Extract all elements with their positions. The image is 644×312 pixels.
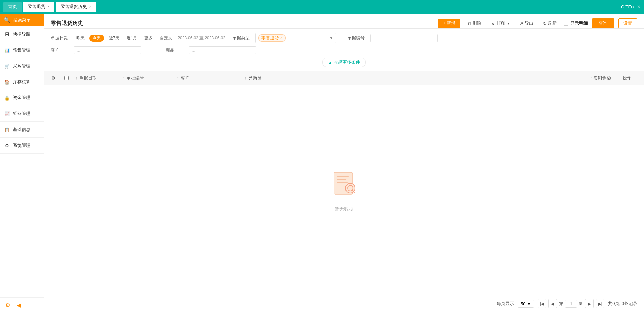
sidebar-item-sys-mgmt[interactable]: ⚙ 系统管理 bbox=[0, 138, 44, 154]
filter-row-1: 单据日期 昨天 今天 近7天 近1月 更多 自定义 2023-06-02 至 2… bbox=[51, 33, 637, 43]
th-date[interactable]: ↕ 单据日期 bbox=[73, 75, 120, 81]
svg-rect-2 bbox=[337, 179, 346, 180]
export-icon: ↗ bbox=[520, 21, 523, 26]
bill-type-tag-close[interactable]: × bbox=[280, 36, 283, 40]
sidebar-bottom: ⚙ ◀ bbox=[0, 297, 44, 312]
date-btn-today[interactable]: 今天 bbox=[89, 35, 104, 42]
sidebar-item-business-mgmt-label: 经营管理 bbox=[13, 111, 30, 117]
th-settings[interactable]: ⚙ bbox=[47, 75, 59, 81]
query-button[interactable]: 查询 bbox=[592, 18, 614, 28]
sidebar: 🔍 搜索菜单 ⊞ 快捷导航 📊 销售管理 🛒 采购管理 🏠 库存核算 🔒 资金管… bbox=[0, 14, 44, 312]
select-all-checkbox[interactable] bbox=[64, 76, 69, 80]
settings-button[interactable]: 设置 bbox=[618, 18, 637, 28]
first-page-button[interactable]: |◀ bbox=[538, 299, 546, 308]
sidebar-item-purchase-mgmt[interactable]: 🛒 采购管理 bbox=[0, 58, 44, 74]
tab-retail-return-history[interactable]: 零售退货历史 × bbox=[56, 2, 96, 12]
total-info: 共0页, 0条记录 bbox=[608, 300, 637, 307]
tab-retail-return[interactable]: 零售退货 × bbox=[23, 2, 54, 12]
finance-mgmt-icon: 🔒 bbox=[4, 95, 10, 101]
business-mgmt-icon: 📈 bbox=[4, 111, 10, 117]
th-amount[interactable]: ↕ 实销金额 bbox=[289, 75, 614, 81]
th-checkbox[interactable] bbox=[59, 76, 73, 80]
bill-type-tag: 零售退货 × bbox=[258, 34, 286, 42]
th-action-label: 操作 bbox=[623, 75, 631, 81]
bill-no-label: 单据编号 bbox=[347, 35, 367, 41]
date-btn-more[interactable]: 更多 bbox=[142, 35, 155, 42]
sidebar-item-finance-mgmt[interactable]: 🔒 资金管理 bbox=[0, 90, 44, 106]
bill-no-sort-icon: ↕ bbox=[123, 76, 125, 80]
main-layout: 🔍 搜索菜单 ⊞ 快捷导航 📊 销售管理 🛒 采购管理 🏠 库存核算 🔒 资金管… bbox=[0, 14, 644, 312]
page-label: 第 bbox=[559, 300, 564, 307]
last-page-button[interactable]: ▶| bbox=[596, 299, 604, 308]
export-button-label: 导出 bbox=[525, 20, 533, 26]
show-detail-row: 显示明细 bbox=[564, 20, 588, 26]
per-page-select[interactable]: 50 ▼ bbox=[518, 300, 534, 308]
top-bar-right: OfTEn × bbox=[621, 3, 641, 10]
sidebar-item-quick-nav[interactable]: ⊞ 快捷导航 bbox=[0, 26, 44, 42]
sidebar-item-inventory[interactable]: 🏠 库存核算 bbox=[0, 74, 44, 90]
new-button[interactable]: + 新增 bbox=[438, 19, 460, 28]
content-area: 零售退货历史 + 新增 🗑 删除 🖨 打印 ▼ ↗ bbox=[44, 14, 644, 312]
date-filter-label: 单据日期 bbox=[51, 35, 71, 41]
page-nav: |◀ ◀ 第 页 ▶ ▶| bbox=[538, 299, 604, 308]
date-btn-1month[interactable]: 近1月 bbox=[124, 35, 140, 42]
delete-button[interactable]: 🗑 删除 bbox=[464, 19, 484, 28]
show-detail-checkbox[interactable] bbox=[564, 21, 568, 26]
settings-button-label: 设置 bbox=[623, 20, 632, 26]
date-sort-icon: ↕ bbox=[76, 76, 78, 80]
sidebar-item-business-mgmt[interactable]: 📈 经营管理 bbox=[0, 106, 44, 122]
amount-sort-icon: ↕ bbox=[590, 76, 592, 80]
collapse-button[interactable]: ▲ 收起更多条件 bbox=[322, 58, 366, 67]
sidebar-item-sales-mgmt-label: 销售管理 bbox=[13, 47, 30, 53]
prev-page-button[interactable]: ◀ bbox=[548, 299, 557, 308]
print-arrow-icon: ▼ bbox=[507, 22, 510, 25]
basic-info-icon: 📋 bbox=[4, 127, 10, 133]
bill-type-select[interactable]: 零售退货 × ▼ bbox=[255, 33, 336, 43]
th-action: 操作 bbox=[614, 75, 641, 81]
date-btn-yesterday[interactable]: 昨天 bbox=[74, 35, 87, 42]
bill-no-input[interactable] bbox=[370, 34, 438, 42]
print-button[interactable]: 🖨 打印 ▼ bbox=[488, 19, 513, 28]
customer-placeholder: ... bbox=[77, 48, 80, 53]
page-input-group: 第 页 bbox=[559, 300, 583, 308]
date-btn-7days[interactable]: 近7天 bbox=[106, 35, 122, 42]
settings-col-icon: ⚙ bbox=[51, 75, 55, 81]
inventory-icon: 🏠 bbox=[4, 79, 10, 85]
search-menu-button[interactable]: 🔍 搜索菜单 bbox=[0, 14, 44, 26]
th-date-label: 单据日期 bbox=[79, 75, 97, 81]
export-button[interactable]: ↗ 导出 bbox=[517, 19, 536, 28]
filter-row-2: 客户 ... 商品 ... bbox=[51, 46, 637, 54]
search-icon: 🔍 bbox=[4, 17, 10, 23]
sidebar-item-sales-mgmt[interactable]: 📊 销售管理 bbox=[0, 42, 44, 58]
th-guide[interactable]: ↕ 导购员 bbox=[242, 75, 289, 81]
tab-retail-return-history-close[interactable]: × bbox=[89, 4, 91, 9]
page-header: 零售退货历史 + 新增 🗑 删除 🖨 打印 ▼ ↗ bbox=[44, 14, 644, 29]
purchase-mgmt-icon: 🛒 bbox=[4, 63, 10, 69]
date-btn-custom[interactable]: 自定义 bbox=[157, 35, 175, 42]
empty-state: 暂无数据 bbox=[44, 85, 644, 295]
refresh-button[interactable]: ↻ 刷新 bbox=[540, 19, 559, 28]
query-button-label: 查询 bbox=[599, 20, 607, 26]
window-close-button[interactable]: × bbox=[637, 3, 641, 10]
collapse-sidebar-icon[interactable]: ◀ bbox=[15, 301, 22, 309]
sys-mgmt-icon: ⚙ bbox=[4, 142, 10, 149]
top-bar-username: OfTEn bbox=[621, 4, 634, 9]
th-bill-no[interactable]: ↕ 单据编号 bbox=[120, 75, 174, 81]
sidebar-item-basic-info[interactable]: 📋 基础信息 bbox=[0, 122, 44, 138]
goods-select[interactable]: ... bbox=[189, 46, 256, 54]
customer-select[interactable]: ... bbox=[74, 46, 141, 54]
tab-home[interactable]: 首页 bbox=[3, 2, 22, 12]
new-button-label: + 新增 bbox=[443, 20, 455, 26]
per-page-label: 每页显示 bbox=[497, 300, 514, 307]
delete-icon: 🗑 bbox=[467, 21, 471, 26]
date-filters: 昨天 今天 近7天 近1月 更多 自定义 bbox=[74, 35, 175, 42]
empty-icon bbox=[327, 167, 361, 201]
collapse-up-icon: ▲ bbox=[328, 60, 332, 65]
tab-retail-return-close[interactable]: × bbox=[47, 4, 50, 9]
table-header: ⚙ ↕ 单据日期 ↕ 单据编号 ↕ 客户 ↕ bbox=[44, 71, 644, 85]
filter-area: 单据日期 昨天 今天 近7天 近1月 更多 自定义 2023-06-02 至 2… bbox=[44, 29, 644, 71]
next-page-button[interactable]: ▶ bbox=[585, 299, 594, 308]
page-number-input[interactable] bbox=[565, 300, 577, 308]
th-customer[interactable]: ↕ 客户 bbox=[174, 75, 242, 81]
settings-bottom-icon[interactable]: ⚙ bbox=[4, 301, 11, 309]
